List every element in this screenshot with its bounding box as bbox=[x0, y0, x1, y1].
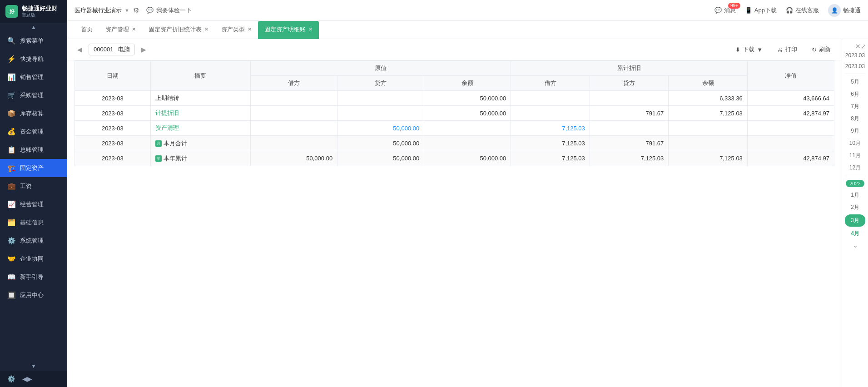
operations-icon: 📈 bbox=[7, 200, 15, 208]
month-icon: 月 bbox=[155, 140, 162, 147]
tab-fixed-asset-detail[interactable]: 固定资产明细账 ✕ bbox=[258, 21, 319, 39]
sidebar-bottom: ⚙️ ◀▶ bbox=[0, 371, 67, 387]
cell-date: 2023-03 bbox=[75, 136, 151, 151]
timeline-month-1[interactable]: 1月 bbox=[842, 189, 868, 201]
timeline-down-button[interactable]: ⌄ bbox=[851, 240, 860, 251]
cell-net-value bbox=[747, 136, 834, 151]
app-download-button[interactable]: 📱 App下载 bbox=[745, 6, 777, 15]
sidebar-item-collaboration[interactable]: 🤝 企业协同 bbox=[0, 250, 67, 268]
download-chevron-icon: ▼ bbox=[757, 46, 763, 53]
purchase-icon: 🛒 bbox=[7, 91, 15, 99]
sidebar-item-ledger[interactable]: 📋 总账管理 bbox=[0, 141, 67, 159]
cell-orig-credit bbox=[337, 106, 424, 121]
sidebar-scroll-down[interactable]: ▼ bbox=[0, 362, 67, 371]
timeline-month-10[interactable]: 10月 bbox=[842, 137, 868, 149]
timeline-month-6[interactable]: 6月 bbox=[842, 88, 868, 100]
sidebar-item-system[interactable]: ⚙️ 系统管理 bbox=[0, 232, 67, 250]
timeline-month-5[interactable]: 5月 bbox=[842, 76, 868, 88]
timeline-month-3-active[interactable]: 3月 bbox=[845, 214, 865, 227]
sidebar-item-purchase-label: 采购管理 bbox=[20, 91, 44, 99]
sidebar-item-fixed-assets[interactable]: 🏗️ 固定资产 bbox=[0, 159, 67, 177]
cell-summary-link[interactable]: 资产清理 bbox=[150, 121, 251, 136]
timeline-month-12[interactable]: 12月 bbox=[842, 162, 868, 174]
print-button[interactable]: 🖨 打印 bbox=[774, 44, 801, 55]
experience-button[interactable]: 💬 我要体验一下 bbox=[146, 6, 192, 15]
sidebar-item-finance-label: 资金管理 bbox=[20, 128, 44, 136]
refresh-button[interactable]: ↻ 刷新 bbox=[808, 44, 834, 55]
table-wrapper: 日期 摘要 原值 累计折旧 净值 借方 贷方 余额 借方 贷方 余额 bbox=[67, 60, 842, 387]
cell-date: 2023-03 bbox=[75, 91, 151, 106]
sidebar-item-salary[interactable]: 💼 工资 bbox=[0, 177, 67, 195]
tab-depreciation-stats[interactable]: 固定资产折旧统计表 ✕ bbox=[142, 21, 215, 39]
table-row-subtotal: 2023-03 月 本月合计 50,000.00 7,125.03 bbox=[75, 136, 834, 151]
message-badge: 99+ bbox=[728, 3, 740, 9]
print-label: 打印 bbox=[785, 45, 797, 54]
tab-close-icon[interactable]: ✕ bbox=[204, 26, 208, 32]
user-profile[interactable]: 👤 畅捷通 bbox=[828, 4, 861, 17]
basic-info-icon: 🗂️ bbox=[7, 218, 15, 227]
cell-accum-debit: 7,125.03 bbox=[511, 121, 590, 136]
cell-orig-debit bbox=[251, 91, 337, 106]
timeline-month-9[interactable]: 9月 bbox=[842, 125, 868, 137]
experience-icon: 💬 bbox=[146, 7, 154, 14]
cell-date: 2023-03 bbox=[75, 151, 151, 166]
search-icon: 🔍 bbox=[7, 37, 15, 45]
cell-orig-balance: 50,000.00 bbox=[424, 151, 511, 166]
tab-asset-management[interactable]: 资产管理 ✕ bbox=[99, 21, 142, 39]
timeline-month-8[interactable]: 8月 bbox=[842, 113, 868, 125]
collaboration-icon: 🤝 bbox=[7, 255, 15, 263]
settings-bottom-icon[interactable]: ⚙️ bbox=[7, 375, 15, 382]
sidebar-item-salary-label: 工资 bbox=[20, 182, 32, 190]
sidebar-item-guide[interactable]: 📖 新手引导 bbox=[0, 268, 67, 286]
experience-label: 我要体验一下 bbox=[156, 6, 192, 15]
timeline-expand-button[interactable]: ⤢ bbox=[861, 43, 866, 50]
sidebar-item-quick-nav[interactable]: ⚡ 快捷导航 bbox=[0, 50, 67, 68]
timeline-close-button[interactable]: ✕ bbox=[855, 43, 861, 50]
tab-close-icon[interactable]: ✕ bbox=[308, 26, 312, 32]
cell-accum-credit bbox=[590, 121, 669, 136]
sidebar-nav: 🔍 搜索菜单 ⚡ 快捷导航 📊 销售管理 🛒 采购管理 📦 库存核算 💰 资金管… bbox=[0, 32, 67, 362]
sidebar-logo: 好 畅捷通好业财 普及版 bbox=[0, 0, 67, 23]
cell-summary-link[interactable]: 计提折旧 bbox=[150, 106, 251, 121]
logo-icon: 好 bbox=[5, 5, 18, 18]
sidebar-item-app-center-label: 应用中心 bbox=[20, 291, 44, 299]
asset-next-button[interactable]: ▶ bbox=[139, 45, 149, 54]
sidebar-item-app-center[interactable]: 🔲 应用中心 bbox=[0, 286, 67, 304]
settings-icon[interactable]: ⚙ bbox=[133, 6, 139, 15]
cell-accum-debit bbox=[511, 91, 590, 106]
month-badge: 月 本月合计 bbox=[155, 139, 187, 148]
company-selector[interactable]: 医疗器械行业演示 ▼ bbox=[74, 6, 129, 15]
chevron-down-icon: ▼ bbox=[124, 8, 129, 13]
sidebar-item-inventory[interactable]: 📦 库存核算 bbox=[0, 104, 67, 123]
salary-icon: 💼 bbox=[7, 182, 15, 190]
sidebar-item-search[interactable]: 🔍 搜索菜单 bbox=[0, 32, 67, 50]
asset-name: 电脑 bbox=[118, 46, 130, 53]
collapse-icon[interactable]: ◀▶ bbox=[22, 375, 32, 382]
timeline-month-2[interactable]: 2月 bbox=[842, 201, 868, 213]
sidebar-item-sales[interactable]: 📊 销售管理 bbox=[0, 68, 67, 86]
topbar-right: 💬 消息 99+ 📱 App下载 🎧 在线客服 👤 畅捷通 bbox=[714, 4, 861, 17]
timeline-month-4[interactable]: 4月 bbox=[842, 228, 868, 240]
sidebar-item-finance[interactable]: 💰 资金管理 bbox=[0, 123, 67, 141]
tab-home[interactable]: 首页 bbox=[74, 21, 99, 39]
cell-orig-credit: 50,000.00 bbox=[337, 151, 424, 166]
cell-orig-balance: 50,000.00 bbox=[424, 91, 511, 106]
app-download-label: App下载 bbox=[754, 6, 777, 15]
download-button[interactable]: ⬇ 下载 ▼ bbox=[732, 44, 766, 55]
sidebar-item-basic-info[interactable]: 🗂️ 基础信息 bbox=[0, 213, 67, 232]
sidebar-item-operations[interactable]: 📈 经营管理 bbox=[0, 195, 67, 213]
asset-prev-button[interactable]: ◀ bbox=[74, 45, 85, 54]
timeline-year-badge[interactable]: 2023 bbox=[846, 180, 864, 187]
tab-asset-type[interactable]: 资产类型 ✕ bbox=[215, 21, 258, 39]
sidebar-scroll-up[interactable]: ▲ bbox=[0, 23, 67, 32]
tab-close-icon[interactable]: ✕ bbox=[132, 26, 136, 32]
tab-close-icon[interactable]: ✕ bbox=[248, 26, 252, 32]
message-button[interactable]: 💬 消息 99+ bbox=[714, 6, 736, 15]
customer-service-button[interactable]: 🎧 在线客服 bbox=[786, 6, 819, 15]
timeline-month-11[interactable]: 11月 bbox=[842, 149, 868, 162]
timeline-month-7[interactable]: 7月 bbox=[842, 100, 868, 113]
sidebar-item-purchase[interactable]: 🛒 采购管理 bbox=[0, 86, 67, 104]
tab-asset-management-label: 资产管理 bbox=[105, 25, 129, 34]
app-download-icon: 📱 bbox=[745, 7, 752, 14]
download-icon: ⬇ bbox=[735, 46, 740, 53]
